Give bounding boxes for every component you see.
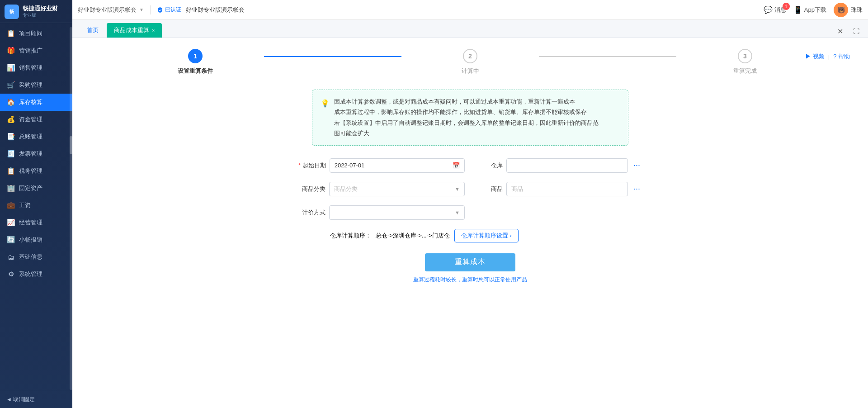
- action-row: 重算成本: [298, 253, 642, 271]
- recalc-btn-label: 重算成本: [455, 258, 486, 266]
- sidebar-item-assets[interactable]: 🏢 固定资产: [0, 180, 72, 197]
- sidebar-item-operation[interactable]: 📈 经营管理: [0, 214, 72, 231]
- form-row-3: 计价方式 ▼: [298, 205, 642, 220]
- sidebar-item-label: 发票管理: [19, 150, 42, 158]
- product-input[interactable]: 商品: [506, 182, 628, 196]
- product-field: 商品 商品 ···: [476, 182, 642, 196]
- sidebar-item-system[interactable]: ⚙ 系统管理: [0, 266, 72, 283]
- pricing-select[interactable]: ▼: [329, 205, 465, 220]
- account-name: 好业财专业版演示帐套: [78, 6, 137, 14]
- main-area: 好业财专业版演示帐套 ▼ 已认证 好业财专业版演示帐套 💬 消息 1 📱 App…: [72, 0, 868, 408]
- sidebar-item-inventory[interactable]: 🏠 库存核算: [0, 94, 72, 111]
- start-date-label-text: 起始日期: [302, 162, 326, 169]
- step-3: 3 重算完成: [676, 49, 814, 75]
- step-2: 2 计算中: [401, 49, 539, 75]
- tax-icon: 📋: [6, 167, 15, 175]
- assets-icon: 🏢: [6, 184, 15, 192]
- tab-cost-recalc[interactable]: 商品成本重算 ×: [107, 23, 162, 38]
- topbar: 好业财专业版演示帐套 ▼ 已认证 好业财专业版演示帐套 💬 消息 1 📱 App…: [72, 0, 868, 20]
- step-2-label: 计算中: [462, 67, 479, 75]
- warehouse-value[interactable]: [511, 162, 623, 169]
- sidebar-item-label: 营销推广: [19, 47, 42, 55]
- chevron-right-icon: ›: [510, 232, 512, 239]
- warehouse-order-settings-button[interactable]: 仓库计算顺序设置 ›: [454, 229, 519, 242]
- helper-divider: |: [828, 53, 830, 60]
- tab-cost-recalc-label: 商品成本重算: [114, 26, 149, 34]
- tab-home[interactable]: 首页: [80, 23, 106, 38]
- marketing-icon: 🎁: [6, 47, 15, 55]
- topbar-account[interactable]: 好业财专业版演示帐套 ▼: [78, 6, 144, 14]
- expense-icon: 🔄: [6, 236, 15, 244]
- category-chevron-icon: ▼: [455, 186, 460, 192]
- step-2-circle: 2: [463, 49, 477, 63]
- unpin-label: ◄ 取消固定: [6, 396, 35, 403]
- step-1-circle: 1: [188, 49, 203, 63]
- sidebar-item-accounting[interactable]: 📑 总账管理: [0, 128, 72, 145]
- sidebar-header: 畅 畅捷通好业财 专业版: [0, 0, 72, 23]
- form-area: 起始日期 📅 仓库 ··· 商品分类: [298, 158, 642, 284]
- step-3-label: 重算完成: [733, 67, 757, 75]
- sidebar-item-label: 小畅报销: [19, 236, 42, 244]
- sidebar-item-invoice[interactable]: 🧾 发票管理: [0, 145, 72, 162]
- start-date-input[interactable]: 📅: [330, 158, 465, 173]
- sidebar-item-marketing[interactable]: 🎁 营销推广: [0, 42, 72, 59]
- sidebar-item-sales[interactable]: 📊 销售管理: [0, 59, 72, 76]
- calendar-icon[interactable]: 📅: [453, 162, 460, 169]
- verified-text: 已认证: [165, 6, 181, 14]
- category-select[interactable]: 商品分类 ▼: [329, 182, 465, 196]
- avatar[interactable]: 🐻: [834, 3, 848, 17]
- sidebar: 畅 畅捷通好业财 专业版 📋 项目顾问 🎁 营销推广 📊 销售管理 🛒 采购管理…: [0, 0, 72, 408]
- category-label: 商品分类: [298, 185, 326, 193]
- shield-icon: [157, 7, 163, 13]
- accounting-icon: 📑: [6, 133, 15, 141]
- purchase-icon: 🛒: [6, 81, 15, 89]
- app-label: App下载: [804, 6, 826, 14]
- sidebar-item-label: 销售管理: [19, 64, 42, 72]
- info-text: 因成本计算参数调整，或是对商品成本有疑问时，可以通过成本重算功能，重新计算一遍成…: [334, 96, 599, 139]
- warehouse-more-icon[interactable]: ···: [632, 161, 642, 170]
- help-label: 帮助: [838, 53, 850, 60]
- pricing-field: 计价方式 ▼: [298, 205, 465, 220]
- app-download-button[interactable]: 📱 App下载: [793, 5, 826, 14]
- user-area[interactable]: 🐻 珠珠: [834, 3, 863, 17]
- warehouse-order-label: 仓库计算顺序：: [330, 232, 371, 240]
- start-date-value[interactable]: [335, 162, 451, 169]
- warehouse-order-btn-label: 仓库计算顺序设置: [461, 232, 508, 240]
- sidebar-item-label: 固定资产: [19, 184, 42, 192]
- tab-close-icon[interactable]: ×: [152, 28, 155, 33]
- finance-icon: 💰: [6, 115, 15, 123]
- step-2-num: 2: [468, 52, 472, 60]
- sidebar-item-finance[interactable]: 💰 资金管理: [0, 111, 72, 128]
- sidebar-item-tax[interactable]: 📋 税务管理: [0, 162, 72, 180]
- sidebar-item-expense[interactable]: 🔄 小畅报销: [0, 231, 72, 248]
- scroll-thumb: [70, 136, 72, 154]
- info-box: 💡 因成本计算参数调整，或是对商品成本有疑问时，可以通过成本重算功能，重新计算一…: [312, 90, 628, 146]
- step-1-num: 1: [193, 52, 197, 60]
- product-placeholder: 商品: [511, 185, 523, 193]
- category-placeholder: 商品分类: [334, 185, 358, 193]
- logo-text: 畅: [9, 9, 14, 15]
- inventory-icon: 🏠: [6, 98, 15, 106]
- sidebar-item-project[interactable]: 📋 项目顾问: [0, 25, 72, 42]
- help-link[interactable]: ? 帮助: [833, 52, 850, 61]
- verified-badge: 已认证: [157, 6, 181, 14]
- recalc-button[interactable]: 重算成本: [425, 253, 515, 271]
- info-line-1: 因成本计算参数调整，或是对商品成本有疑问时，可以通过成本重算功能，重新计算一遍成…: [334, 96, 599, 107]
- sidebar-item-salary[interactable]: 💼 工资: [0, 197, 72, 214]
- message-button[interactable]: 💬 消息 1: [764, 5, 786, 14]
- warehouse-input[interactable]: [506, 158, 628, 173]
- warehouse-order-row: 仓库计算顺序： 总仓->深圳仓库->...->门店仓 仓库计算顺序设置 ›: [298, 229, 642, 242]
- start-date-label: 起始日期: [298, 161, 326, 170]
- step-connector-2: [539, 56, 676, 57]
- sidebar-item-basic[interactable]: 🗂 基础信息: [0, 248, 72, 266]
- close-window-button[interactable]: ✕: [834, 25, 846, 38]
- sidebar-item-label: 基础信息: [19, 253, 42, 261]
- username: 珠珠: [851, 6, 863, 14]
- sidebar-footer[interactable]: ◄ 取消固定: [0, 391, 72, 408]
- pricing-label: 计价方式: [298, 209, 326, 217]
- sidebar-subtitle: 专业版: [23, 12, 58, 19]
- maximize-button[interactable]: ⛶: [850, 25, 863, 38]
- sidebar-item-purchase[interactable]: 🛒 采购管理: [0, 76, 72, 94]
- product-more-icon[interactable]: ···: [632, 184, 642, 194]
- bulb-icon: 💡: [321, 97, 330, 139]
